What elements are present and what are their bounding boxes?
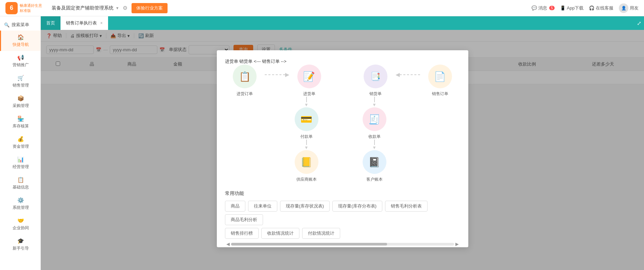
sales-bill-icon: 📑 (364, 65, 387, 88)
sidebar-item-label-finance: 资金管理 (13, 144, 29, 149)
page-content: ❓ 帮助 🖨 按模板打印 ▾ 📤 导出 ▾ (41, 30, 644, 270)
scroll-right-icon[interactable]: ▶ (454, 241, 460, 247)
tab-sales-order[interactable]: 销售订单执行表 × (60, 16, 108, 30)
common-buttons-row2: 销售排行榜 收款情况统计 付款情况统计 (225, 228, 460, 239)
payment-label: 付款单 (300, 134, 313, 140)
modal-panel: 进货单 销货单 <--- 销售订单 --> 📋 进货订单 (217, 50, 468, 247)
btn-sales-gross[interactable]: 销售毛利分析表 (385, 201, 428, 212)
logo-area: 6 畅康通好生意 标准版 (5, 2, 46, 14)
sidebar-item-marketing[interactable]: 📢 营销推广 (0, 51, 40, 71)
sidebar-item-label-operations: 经营管理 (13, 164, 29, 170)
content-area: 首页 销售订单执行表 × ⤢ ❓ 帮助 🖨 (41, 16, 644, 270)
sidebar-item-sales[interactable]: 🛒 销售管理 (0, 71, 40, 92)
sidebar-item-label-enterprise: 企业协同 (13, 225, 29, 231)
logo-icon: 6 (5, 2, 18, 14)
common-section: 常用功能 商品 往来单位 现存量(库存状况表) 现存量(库存分布表) 销售毛利分… (225, 191, 460, 239)
purchase-bill-icon: 📝 (297, 65, 321, 88)
common-title: 常用功能 (225, 191, 460, 197)
user-area[interactable]: 👤 用友 (619, 3, 639, 13)
logo-text: 畅康通好生意 标准版 (20, 3, 42, 13)
dashed-line-1 (265, 74, 285, 75)
avatar: 👤 (619, 3, 628, 13)
inventory-icon: 🏪 (17, 115, 24, 122)
sidebar-item-label-sales: 销售管理 (13, 83, 29, 88)
system-name: 装备及固定资产辅助管理系统 (52, 5, 114, 11)
purchase-order-label: 进货订单 (237, 91, 253, 97)
btn-product-gross[interactable]: 商品毛利分析 (225, 214, 263, 225)
tab-home[interactable]: 首页 (41, 16, 60, 30)
sidebar-item-basic[interactable]: 📋 基础信息 (0, 173, 40, 194)
main-layout: 🔍 搜索菜单 🏠 快捷导航 📢 营销推广 🛒 销售管理 📦 采购管理 🏪 (0, 16, 644, 270)
btn-payment-stats[interactable]: 付款情况统计 (302, 228, 340, 239)
scroll-thumb (231, 243, 387, 246)
message-badge: 5 (549, 6, 555, 10)
sidebar-item-enterprise[interactable]: 🤝 企业协同 (0, 214, 40, 234)
sidebar-item-inventory[interactable]: 🏪 库存核算 (0, 112, 40, 132)
settings-icon[interactable]: ⚙ (123, 5, 127, 11)
avatar-icon: 👤 (621, 6, 626, 11)
flow-node-sales-bill: 📑 销货单 (356, 65, 396, 97)
sidebar-item-system[interactable]: ⚙️ 系统管理 (0, 194, 40, 214)
payment-icon: 💳 (295, 107, 318, 131)
top-bar-right: 💬 消息 5 📱 App下载 🎧 在线客服 👤 用友 (532, 3, 639, 13)
sidebar-item-purchase[interactable]: 📦 采购管理 (0, 92, 40, 112)
flow-node-sales-order: 📄 销售订单 (420, 65, 460, 97)
receipt-label: 收款单 (368, 134, 381, 140)
app-download-action[interactable]: 📱 App下载 (560, 5, 584, 11)
trial-button[interactable]: 体验行业方案 (132, 3, 168, 13)
top-bar: 6 畅康通好生意 标准版 装备及固定资产辅助管理系统 ▾ ⚙ 体验行业方案 💬 … (0, 0, 644, 16)
arrow-left-1: ◀ (396, 71, 400, 78)
flow-node-receipt: 🧾 收款单 (354, 107, 395, 140)
message-label: 消息 (538, 5, 547, 11)
btn-stock-dist[interactable]: 现存量(库存分布表) (332, 201, 382, 212)
btn-product[interactable]: 商品 (225, 201, 245, 212)
system-icon: ⚙️ (17, 197, 24, 203)
sidebar-item-quick-nav[interactable]: 🏠 快捷导航 (0, 31, 40, 51)
sidebar-item-finance[interactable]: 💰 资金管理 (0, 132, 40, 153)
sidebar-item-label-inventory: 库存核算 (13, 123, 29, 129)
modal-scroll-bar: ◀ ▶ (225, 241, 460, 247)
receipt-icon: 🧾 (363, 107, 386, 131)
arrow-down-payment: ▼ (286, 140, 327, 150)
app-download-label: App下载 (567, 5, 584, 11)
arrow-down-sales: ▼ (354, 97, 395, 107)
flow-node-purchase-order: 📋 进货订单 (225, 65, 265, 97)
finance-icon: 💰 (17, 136, 24, 142)
scroll-track[interactable] (231, 243, 454, 246)
arrow-down-4: ▼ (372, 145, 377, 150)
message-action[interactable]: 💬 消息 5 (532, 5, 555, 11)
v-line-1 (306, 97, 307, 102)
basic-icon: 📋 (17, 177, 24, 183)
arrow-purchase-to-bill: ▶ (265, 71, 289, 78)
sidebar-item-label-marketing: 营销推广 (13, 62, 29, 68)
message-icon: 💬 (532, 5, 537, 11)
home-icon: 🏠 (17, 34, 24, 40)
online-service-action[interactable]: 🎧 在线客服 (589, 5, 613, 11)
sidebar-item-operations[interactable]: 📊 经营管理 (0, 153, 40, 173)
btn-receipt-stats[interactable]: 收款情况统计 (261, 228, 299, 239)
sidebar-item-newbie[interactable]: 🎓 新手引导 (0, 234, 40, 255)
btn-counterpart[interactable]: 往来单位 (248, 201, 277, 212)
headset-icon: 🎧 (589, 5, 594, 11)
arrow-sales-order-to-bill: ◀ (396, 71, 420, 78)
tab-sales-order-label: 销售订单执行表 (66, 20, 97, 26)
flow-node-customer-ledger: 📓 客户账本 (354, 150, 395, 182)
arrow-right-1: ▶ (285, 71, 289, 78)
sidebar-item-label-basic: 基础信息 (13, 184, 29, 190)
system-dropdown-icon[interactable]: ▾ (116, 5, 119, 11)
sidebar-item-label-system: 系统管理 (13, 205, 29, 211)
sales-icon: 🛒 (17, 75, 24, 81)
tab-bar: 首页 销售订单执行表 × ⤢ (41, 16, 644, 30)
btn-sales-rank[interactable]: 销售排行榜 (225, 228, 259, 239)
sales-order-icon: 📄 (428, 65, 452, 88)
scroll-left-icon[interactable]: ◀ (225, 241, 231, 247)
tab-bar-maximize-icon[interactable]: ⤢ (637, 20, 641, 26)
arrow-down-purchase: ▼ (286, 97, 327, 107)
flow-node-payment: 💳 付款单 (286, 107, 327, 140)
v-line-2 (374, 97, 375, 102)
marketing-icon: 📢 (17, 54, 24, 61)
btn-stock-status[interactable]: 现存量(库存状况表) (280, 201, 330, 212)
tab-close-icon[interactable]: × (100, 21, 103, 25)
sales-order-label: 销售订单 (432, 91, 448, 97)
sidebar-search[interactable]: 🔍 搜索菜单 (0, 19, 40, 31)
